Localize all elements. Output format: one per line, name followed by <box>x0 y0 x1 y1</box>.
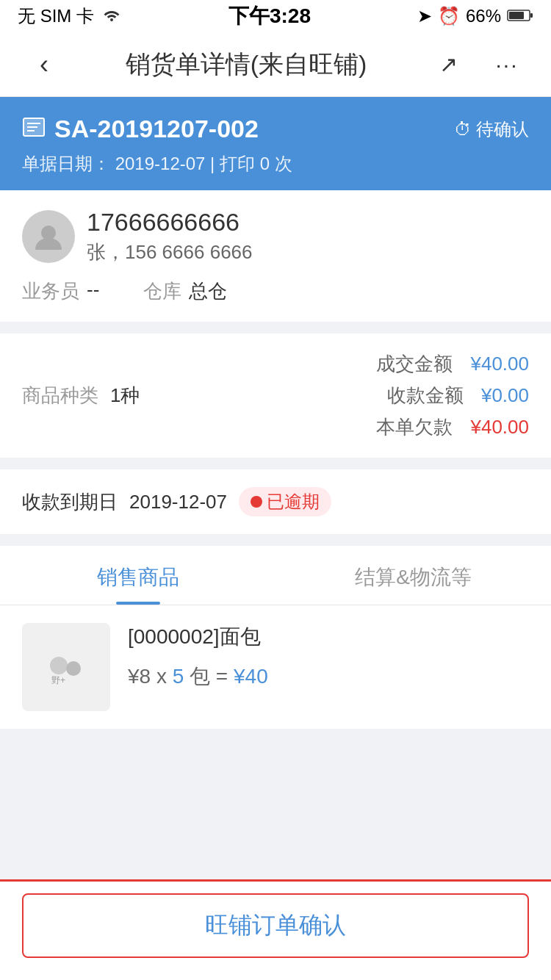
order-id: SA-20191207-002 <box>22 115 259 143</box>
battery-icon <box>507 6 533 26</box>
product-item: 野+ [0000002]面包 ¥8 x 5 包 = ¥40 <box>0 605 551 729</box>
order-header-card: SA-20191207-002 ⏱ 待确认 单据日期： 2019-12-07 |… <box>0 97 551 190</box>
svg-rect-6 <box>27 130 35 131</box>
alarm-icon: ⏰ <box>438 6 460 26</box>
svg-rect-2 <box>530 13 533 18</box>
order-status: ⏱ 待确认 <box>454 118 529 141</box>
summary-section: 商品种类 1种 成交金额 ¥40.00 收款金额 ¥0.00 本单欠款 ¥40.… <box>0 334 551 458</box>
svg-rect-5 <box>27 126 37 128</box>
avatar <box>22 210 75 263</box>
product-type-label: 商品种类 <box>22 383 98 408</box>
due-date-section: 收款到期日 2019-12-07 已逾期 <box>0 469 551 534</box>
amount-value: ¥40.00 <box>470 353 529 375</box>
product-type-value: 1种 <box>110 383 140 408</box>
status-left: 无 SIM 卡 <box>18 4 122 28</box>
tab-settlement[interactable]: 结算&物流等 <box>276 546 551 605</box>
confirm-button-wrap: 旺铺订单确认 <box>0 879 551 980</box>
nav-bar: ‹ 销货单详情(来自旺铺) ↗ ··· <box>0 32 551 97</box>
svg-point-9 <box>66 661 81 676</box>
svg-text:野+: 野+ <box>51 675 65 685</box>
sim-status: 无 SIM 卡 <box>18 4 94 28</box>
bottom-area <box>0 741 551 887</box>
svg-rect-4 <box>27 123 40 124</box>
wifi-icon <box>101 6 122 26</box>
clock-icon: ⏱ <box>454 119 472 140</box>
battery-percent: 66% <box>466 6 501 26</box>
share-button[interactable]: ↗ <box>426 51 470 77</box>
product-details: [0000002]面包 ¥8 x 5 包 = ¥40 <box>128 623 529 691</box>
overdue-dot-icon <box>251 496 262 508</box>
product-price: ¥8 x 5 包 = ¥40 <box>128 663 529 691</box>
confirm-order-button[interactable]: 旺铺订单确认 <box>22 893 529 958</box>
salesman-info: 业务员 -- <box>22 278 99 304</box>
product-thumbnail: 野+ <box>22 623 110 711</box>
owed-value: ¥40.00 <box>470 416 529 439</box>
svg-rect-1 <box>509 12 524 19</box>
location-icon: ➤ <box>417 6 432 26</box>
overdue-badge: 已逾期 <box>239 487 331 516</box>
owed-label: 本单欠款 <box>376 414 453 440</box>
product-total: ¥40 <box>234 665 268 688</box>
due-date-label: 收款到期日 <box>22 489 118 515</box>
tabs-section: 销售商品 结算&物流等 野+ [0000002]面包 ¥8 <box>0 546 551 729</box>
collected-label: 收款金额 <box>387 383 464 408</box>
customer-alt: 张，156 6666 6666 <box>87 239 253 265</box>
customer-phone: 17666666666 <box>87 208 253 237</box>
customer-section: 17666666666 张，156 6666 6666 业务员 -- 仓库 总仓 <box>0 190 551 322</box>
order-date-row: 单据日期： 2019-12-07 | 打印 0 次 <box>22 152 529 176</box>
time-display: 下午3:28 <box>228 2 311 30</box>
status-bar: 无 SIM 卡 下午3:28 ➤ ⏰ 66% <box>0 0 551 32</box>
tab-products[interactable]: 销售商品 <box>0 546 276 605</box>
status-right: ➤ ⏰ 66% <box>417 6 533 26</box>
product-name: [0000002]面包 <box>128 623 529 651</box>
product-qty: 5 <box>173 665 184 688</box>
amount-label: 成交金额 <box>376 351 453 377</box>
page-title: 销货单详情(来自旺铺) <box>66 48 426 82</box>
svg-point-8 <box>50 657 68 674</box>
collected-value: ¥0.00 <box>481 384 529 407</box>
more-button[interactable]: ··· <box>485 52 529 77</box>
due-date-value: 2019-12-07 <box>129 491 227 514</box>
back-button[interactable]: ‹ <box>22 49 66 80</box>
warehouse-info: 仓库 总仓 <box>143 278 227 304</box>
order-icon <box>22 115 46 143</box>
